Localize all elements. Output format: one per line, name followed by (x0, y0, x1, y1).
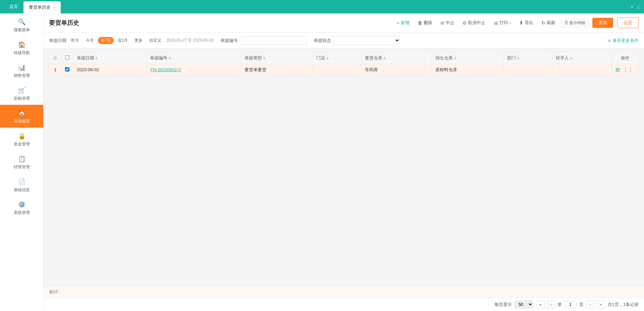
sidebar: 🔍 搜索菜单 🏠 快捷导航 📊 销售管理 🛒 采购管理 🏠 库存核算 🔒 资金管… (0, 13, 44, 311)
filter-date-item: 单据日期 昨天 今天 近7天 近1月 更多 自定义 2023-05-27 至 2… (49, 37, 214, 44)
pending-warehouse-sort-icon: ⇅ (454, 56, 457, 60)
page-size-select[interactable]: 10 20 50 100 (515, 301, 533, 308)
pending-warehouse-col-sort[interactable]: 待出仓库 ⇅ (435, 55, 457, 61)
department-col-sort[interactable]: 部门 ⇅ (507, 55, 520, 61)
finance-mgmt-icon: 🔒 (18, 132, 25, 140)
next-page-btn[interactable]: › (586, 301, 594, 308)
pagination: 每页显示 10 20 50 100 « ‹ 第 页 › » 共1页，1条记录 (44, 298, 644, 311)
setting-button[interactable]: 设置 (617, 17, 639, 28)
row-more-icon[interactable]: ⋮⋮ (623, 67, 633, 73)
top-bar: 首页 要货单历史 × × □ (0, 0, 644, 13)
quick-nav-icon: 🏠 (18, 41, 25, 48)
filter-area: 单据日期 昨天 今天 近7天 近1月 更多 自定义 2023-05-27 至 2… (44, 33, 644, 49)
first-page-btn[interactable]: « (536, 301, 544, 308)
date-btn-yesterday[interactable]: 昨天 (68, 37, 82, 44)
sidebar-item-sales-mgmt[interactable]: 📊 销售管理 (0, 59, 43, 82)
store-col-sort[interactable]: 门店 ⇅ (316, 55, 329, 61)
table-row: 1 2023-06-02 YH-20230602-0 要货单要货 (49, 64, 639, 76)
stop-icon: ⊘ (440, 20, 444, 26)
order-no-filter-label: 单据编号 (220, 38, 238, 44)
row-actions: ⊞ ⋮⋮ (612, 64, 639, 76)
sidebar-item-search-menu[interactable]: 🔍 搜索菜单 (0, 13, 43, 36)
chevron-down-icon: ∨ (608, 38, 611, 43)
sidebar-item-finance-mgmt-label: 资金管理 (14, 141, 30, 147)
date-sort-icon: ⇅ (95, 56, 98, 60)
status-select[interactable] (333, 36, 400, 45)
cancel-stop-icon: ⊘ (463, 20, 467, 26)
refresh-label: 刷新 (547, 20, 555, 26)
sidebar-item-basic-info[interactable]: 📄 基础信息 (0, 173, 43, 196)
table-area: ⚙ 单据日期 ⇅ 单据编号 (44, 49, 644, 286)
req-warehouse-sort-icon: ⇅ (383, 56, 386, 60)
order-no-input[interactable] (240, 36, 307, 45)
display-detail-button[interactable]: ☰ 显示明细 (561, 19, 588, 27)
tab-history-label: 要货单历史 (29, 4, 51, 10)
row-checkbox[interactable] (65, 67, 69, 72)
sidebar-item-purchase-mgmt[interactable]: 🛒 采购管理 (0, 82, 43, 105)
sidebar-item-sales-mgmt-label: 销售管理 (14, 73, 30, 79)
col-store: 门店 ⇅ (313, 52, 362, 64)
delete-icon: 🗑 (418, 20, 422, 26)
date-btn-today[interactable]: 今天 (83, 37, 97, 44)
date-btn-last7days[interactable]: 近7天 (98, 37, 114, 44)
tab-history[interactable]: 要货单历史 × (23, 1, 61, 13)
export-button[interactable]: ⬆ 导出 (517, 18, 535, 27)
order-no-link[interactable]: YH-20230602-0 (150, 67, 181, 72)
system-mgmt-icon: ⚙️ (18, 201, 25, 208)
tab-home-label: 首页 (9, 4, 18, 10)
window-close-btn[interactable]: × (631, 4, 634, 9)
settings-column-icon[interactable]: ⚙ (53, 55, 57, 61)
purchase-mgmt-icon: 🛒 (18, 87, 25, 94)
delete-button[interactable]: 🗑 删除 (416, 18, 434, 27)
date-filter-buttons: 昨天 今天 近7天 近1月 更多 自定义 (68, 37, 164, 44)
export-icon: ⬆ (519, 20, 523, 26)
row-order-no: YH-20230602-0 (147, 64, 241, 76)
top-bar-right: × □ (631, 4, 640, 9)
sidebar-item-operations-mgmt[interactable]: 📋 经营管理 (0, 150, 43, 173)
handler-col-sort[interactable]: 经手人 ⇅ (556, 55, 573, 61)
order-no-col-sort[interactable]: 单据编号 ⇅ (150, 55, 171, 61)
new-label: 新增 (401, 20, 410, 26)
toolbar: + 新增 🗑 删除 ⊘ 中止 ⊘ 取消中止 🖨 打印 (395, 17, 639, 32)
col-pending-warehouse: 待出仓库 ⇅ (432, 52, 504, 64)
date-btn-custom[interactable]: 自定义 (147, 37, 164, 44)
col-date: 单据日期 ⇅ (73, 52, 147, 64)
page-number-input[interactable] (565, 301, 577, 308)
summary-label: 合计: (49, 289, 59, 294)
stop-button[interactable]: ⊘ 中止 (438, 18, 457, 27)
query-button[interactable]: 查询 (592, 18, 613, 28)
tab-home[interactable]: 首页 (4, 0, 23, 13)
last-page-btn[interactable]: » (596, 301, 605, 308)
new-button[interactable]: + 新增 (395, 18, 412, 27)
print-dropdown-icon[interactable]: ▾ (509, 21, 511, 25)
date-col-sort[interactable]: 单据日期 ⇅ (77, 55, 98, 61)
print-button[interactable]: 🖨 打印 ▾ (491, 18, 513, 27)
sidebar-item-system-mgmt-label: 系统管理 (14, 210, 30, 216)
row-order-type: 要货单要货 (241, 64, 313, 76)
req-warehouse-col-sort[interactable]: 要货仓库 ⇅ (365, 55, 386, 61)
sidebar-item-quick-nav[interactable]: 🏠 快捷导航 (0, 36, 43, 59)
expand-more-button[interactable]: ∨ 展开更多条件 (608, 38, 639, 44)
handler-sort-icon: ⇅ (570, 56, 573, 60)
date-btn-last1month[interactable]: 近1月 (115, 37, 131, 44)
select-all-checkbox[interactable] (65, 55, 69, 60)
order-type-col-sort[interactable]: 单据类型 ⇅ (245, 55, 266, 61)
col-order-type: 单据类型 ⇅ (241, 52, 313, 64)
tab-close-icon[interactable]: × (53, 5, 55, 9)
refresh-button[interactable]: ↻ 刷新 (539, 18, 557, 27)
date-btn-more[interactable]: 更多 (132, 37, 145, 44)
expand-more-label: 展开更多条件 (612, 38, 639, 44)
cancel-stop-button[interactable]: ⊘ 取消中止 (461, 18, 487, 27)
sidebar-item-inventory[interactable]: 🏠 库存核算 (0, 105, 43, 128)
sidebar-item-purchase-mgmt-label: 采购管理 (14, 96, 30, 101)
sidebar-item-system-mgmt[interactable]: ⚙️ 系统管理 (0, 196, 43, 219)
department-sort-icon: ⇅ (517, 56, 520, 60)
col-handler: 经手人 ⇅ (552, 52, 611, 64)
basic-info-icon: 📄 (18, 178, 25, 185)
page-label-suffix: 页 (579, 302, 584, 308)
sidebar-item-finance-mgmt[interactable]: 🔒 资金管理 (0, 128, 43, 150)
row-view-icon[interactable]: ⊞ (615, 67, 620, 73)
prev-page-btn[interactable]: ‹ (547, 301, 555, 308)
window-maximize-btn[interactable]: □ (637, 4, 640, 9)
display-detail-icon: ☰ (565, 20, 568, 25)
